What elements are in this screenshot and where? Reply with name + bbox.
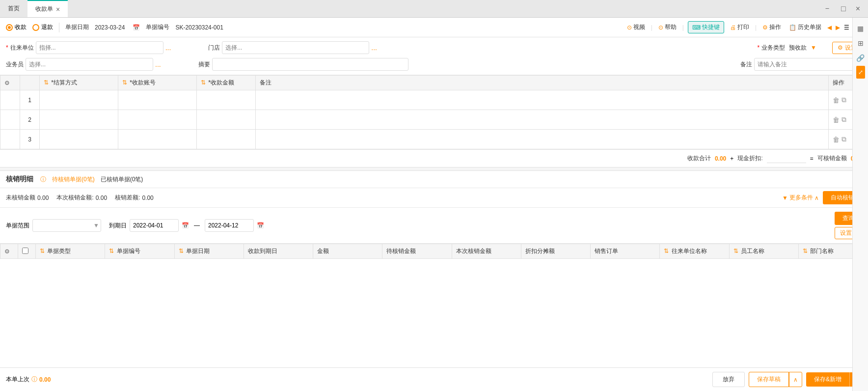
row1-remark[interactable]	[256, 90, 829, 110]
calendar-from-icon[interactable]: 📅	[182, 222, 189, 229]
pending-tab[interactable]: 待核销单据(0笔)	[52, 175, 95, 184]
equals-sign: =	[810, 155, 814, 162]
operation-button[interactable]: ⚙ 操作	[760, 22, 783, 32]
amount-sort-icon[interactable]: ⇅	[201, 79, 206, 86]
this-order-icon[interactable]: ⓘ	[31, 375, 37, 384]
more-conditions-btn[interactable]: ▼ 更多条件 ∧	[782, 194, 819, 202]
row3-amount[interactable]	[197, 130, 256, 149]
counterpart-sort[interactable]: ⇅	[664, 248, 669, 254]
unchecked-stat: 未核销金额 0.00	[6, 194, 49, 202]
remark-input[interactable]	[754, 58, 862, 71]
col-settings-header[interactable]: ⚙	[0, 76, 20, 90]
row2-account[interactable]	[118, 110, 197, 130]
calendar-to-icon[interactable]: 📅	[257, 222, 264, 229]
shortcut-label: 快捷键	[702, 23, 720, 31]
operation-label: 操作	[769, 23, 781, 31]
btcol-checkbox	[18, 244, 36, 259]
table-gear-icon[interactable]: ⚙	[4, 80, 10, 86]
row1-no: 1	[20, 90, 40, 110]
row1-settlement[interactable]	[40, 90, 118, 110]
biz-required: *	[757, 44, 760, 51]
print-button[interactable]: 🖨 打印	[728, 22, 751, 32]
help-label: 帮助	[665, 23, 677, 31]
dept-sort[interactable]: ⇅	[803, 248, 808, 254]
date-from-input[interactable]	[130, 219, 179, 232]
bottom-action-bar: 本单上次 ⓘ 0.00 放弃 保存草稿 ∧ 保存&新增 ∧	[0, 367, 868, 391]
row3-settlement[interactable]	[40, 130, 118, 149]
row1-account[interactable]	[118, 90, 197, 110]
bill-range-select[interactable]	[32, 219, 101, 232]
verify-info-icon[interactable]: ⓘ	[40, 175, 46, 184]
shortcut-icon: ⌨	[692, 24, 701, 31]
sidebar-grid-icon[interactable]: ⊞	[856, 36, 866, 50]
nav-next-icon[interactable]: ▶	[836, 24, 840, 31]
account-sort-icon[interactable]: ⇅	[122, 79, 127, 86]
radio-refund[interactable]: 退款	[32, 23, 53, 31]
salesperson-input[interactable]	[26, 58, 153, 71]
row3-copy-icon[interactable]: ⧉	[841, 135, 846, 143]
sidebar-expand-icon[interactable]: ⤢	[856, 66, 865, 79]
bill-no-label: 单据编号	[146, 23, 169, 31]
row2-remark[interactable]	[256, 110, 829, 130]
counterpart-input[interactable]	[36, 41, 163, 54]
help-icon: ⊙	[658, 24, 663, 31]
calendar-icon[interactable]: 📅	[133, 24, 140, 31]
shop-more-btn[interactable]: ...	[371, 44, 377, 52]
select-all-checkbox[interactable]	[22, 248, 28, 254]
maximize-button[interactable]: □	[838, 3, 849, 14]
row2-settlement[interactable]	[40, 110, 118, 130]
form-area: * 往来单位 ... 门店 ... * 业务类型 预收款 ▼ ⚙ 设置	[0, 37, 868, 75]
sidebar-link-icon[interactable]: 🔗	[854, 51, 867, 65]
tab-receipt-label: 收款单	[35, 5, 53, 13]
bill-type-sort[interactable]: ⇅	[40, 248, 45, 254]
row2-delete-icon[interactable]: 🗑	[833, 116, 840, 124]
discount-input[interactable]	[767, 154, 806, 163]
minimize-button[interactable]: －	[820, 2, 834, 15]
btcol-pending: 待核销金额	[382, 244, 452, 259]
shop-input[interactable]	[222, 41, 369, 54]
video-button[interactable]: ⊙ 视频	[625, 22, 647, 32]
shortcut-button[interactable]: ⌨ 快捷键	[688, 21, 724, 33]
tab-receipt[interactable]: 收款单 ×	[27, 0, 68, 17]
summary-input[interactable]	[212, 58, 408, 71]
sidebar-table-icon[interactable]: ▦	[855, 22, 866, 35]
bill-range-select-wrapper: ▼	[32, 219, 101, 232]
chevron-up-icon: ∧	[814, 195, 819, 201]
salesperson-more-btn[interactable]: ...	[155, 60, 161, 68]
counterpart-more-btn[interactable]: ...	[165, 44, 171, 52]
row3-remark[interactable]	[256, 130, 829, 149]
date-to-input[interactable]	[205, 219, 254, 232]
verified-tab[interactable]: 已核销单据(0笔)	[101, 175, 143, 184]
close-window-button[interactable]: ×	[853, 3, 863, 14]
row1-delete-icon[interactable]: 🗑	[833, 96, 840, 104]
tab-home[interactable]: 首页	[0, 0, 27, 17]
bottom-table-gear-icon[interactable]: ⚙	[4, 248, 10, 255]
list-view-icon[interactable]: ☰	[844, 24, 849, 31]
verify-actions: ▼ 更多条件 ∧ 自动核销	[782, 191, 862, 204]
row2-amount[interactable]	[197, 110, 256, 130]
history-button[interactable]: 📋 历史单据	[787, 22, 823, 32]
save-draft-button[interactable]: 保存草稿	[749, 372, 789, 387]
bottom-table-wrapper[interactable]: ⚙ ⇅ 单据类型 ⇅ 单据编号 ⇅ 单据日期	[0, 244, 868, 367]
row1-copy-icon[interactable]: ⧉	[841, 96, 846, 104]
nav-prev-icon[interactable]: ◀	[827, 24, 832, 31]
btcol-settings[interactable]: ⚙	[0, 244, 18, 259]
business-type-arrow[interactable]: ▼	[811, 44, 816, 51]
employee-sort[interactable]: ⇅	[733, 248, 738, 254]
row3-account[interactable]	[118, 130, 197, 149]
verify-stats: 未核销金额 0.00 本次核销金额: 0.00 核销差额: 0.00 ▼ 更多条…	[0, 188, 868, 208]
settlement-sort-icon[interactable]: ⇅	[44, 79, 49, 86]
row2-copy-icon[interactable]: ⧉	[841, 115, 846, 124]
bill-range-label: 单据范围	[6, 222, 29, 230]
row1-amount[interactable]	[197, 90, 256, 110]
radio-receipt[interactable]: 收款	[6, 23, 27, 31]
discard-button[interactable]: 放弃	[712, 372, 745, 387]
save-draft-arrow[interactable]: ∧	[789, 372, 802, 387]
row3-delete-icon[interactable]: 🗑	[833, 136, 840, 143]
help-button[interactable]: ⊙ 帮助	[656, 22, 678, 32]
tab-close-icon[interactable]: ×	[56, 5, 60, 13]
bill-no-sort[interactable]: ⇅	[109, 248, 114, 254]
bill-date-sort[interactable]: ⇅	[179, 248, 184, 254]
save-new-button[interactable]: 保存&新增	[806, 372, 849, 387]
table-row: 1 🗑 ⧉	[0, 90, 868, 110]
